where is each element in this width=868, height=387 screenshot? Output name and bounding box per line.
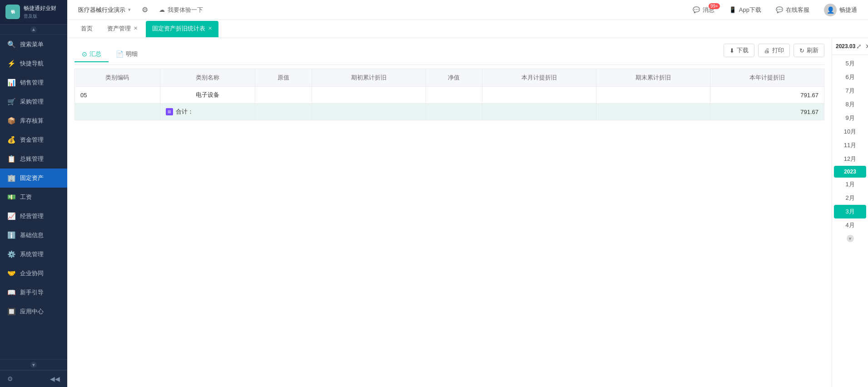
month-item-11[interactable]: 11月	[832, 139, 868, 152]
sidebar-item-basic-info[interactable]: ℹ️ 基础信息	[0, 226, 67, 245]
month-item-6[interactable]: 6月	[832, 70, 868, 84]
subtotal-annual-depreciation: 791.67	[710, 104, 824, 120]
sidebar-logo: 畅 畅捷通好业财 普及版	[0, 0, 67, 25]
month-item-10[interactable]: 10月	[832, 125, 868, 139]
system-icon: ⚙️	[7, 250, 15, 258]
sidebar-item-quick-nav[interactable]: ⚡ 快捷导航	[0, 54, 67, 73]
inventory-icon: 📦	[7, 117, 15, 125]
online-service-action[interactable]: 💬 在线客服	[772, 4, 813, 16]
sidebar-item-fixed-assets[interactable]: 🏢 固定资产	[0, 169, 67, 188]
sub-tabs-row: ⊙ 汇总 📄 明细 ⬇ 下载 🖨 打印	[74, 44, 824, 65]
finance-icon: 💰	[7, 136, 15, 144]
month-item-5[interactable]: 5月	[832, 57, 868, 70]
sidebar: 畅 畅捷通好业财 普及版 ▲ 🔍 搜索菜单 ⚡ 快捷导航 📊 销售管理 🛒 采购…	[0, 0, 67, 387]
sidebar-item-operations[interactable]: 📈 经营管理	[0, 207, 67, 226]
print-icon: 🖨	[764, 47, 770, 54]
logo-icon: 畅	[5, 5, 20, 19]
date-panel-scroll-down[interactable]: ▼	[847, 235, 854, 242]
row-name: 电子设备	[160, 87, 255, 104]
month-item-7[interactable]: 7月	[832, 84, 868, 98]
row-code: 05	[75, 87, 160, 104]
tab-asset-mgmt-label: 资产管理	[107, 25, 131, 33]
collapse-sidebar-btn[interactable]: ◀◀	[50, 375, 60, 382]
col-monthly-depreciation: 本月计提折旧	[482, 69, 596, 87]
main-content: 医疗器械行业演示 ▾ ⚙ ☁ 我要体验一下 💬 消息 99+ 📱 App下载 💬…	[67, 0, 868, 387]
sidebar-item-app-center[interactable]: 🔲 应用中心	[0, 302, 67, 321]
sidebar-item-inventory[interactable]: 📦 库存核算	[0, 111, 67, 130]
print-button[interactable]: 🖨 打印	[758, 44, 790, 57]
app-download-icon: 📱	[729, 6, 736, 13]
date-panel-close-icon[interactable]: ✕	[864, 42, 868, 51]
basic-info-icon: ℹ️	[7, 231, 15, 239]
purchase-icon: 🛒	[7, 98, 15, 106]
app-download-action[interactable]: 📱 App下载	[725, 4, 765, 16]
right-date-panel: 2023.03 ⤢ ✕ 5月 6月 7月 8月	[832, 38, 868, 387]
search-icon: 🔍	[7, 40, 15, 49]
avatar: 👤	[824, 4, 837, 16]
message-action[interactable]: 💬 消息 99+	[689, 4, 718, 16]
table-container: 类别编码 类别名称 原值 期初累计折旧 净值 本月计提折旧 期末累计折旧 本年计…	[74, 69, 824, 382]
online-service-icon: 💬	[776, 6, 783, 13]
month-item-2023-1[interactable]: 1月	[832, 178, 868, 191]
download-icon: ⬇	[729, 47, 734, 54]
topbar-settings-icon[interactable]: ⚙	[140, 4, 150, 16]
company-chevron-icon: ▾	[128, 7, 131, 13]
table-header-row: 类别编码 类别名称 原值 期初累计折旧 净值 本月计提折旧 期末累计折旧 本年计…	[75, 69, 824, 87]
month-item-2023-3[interactable]: 3月	[834, 205, 866, 218]
sub-tab-summary-label: 汇总	[89, 50, 101, 58]
row-net-value	[426, 87, 482, 104]
tab-depreciation-report[interactable]: 固定资产折旧统计表 ✕	[146, 21, 218, 37]
scroll-down-btn[interactable]: ▼	[30, 362, 37, 368]
logo-title: 畅捷通好业财	[24, 5, 56, 12]
year-2023-marker[interactable]: 2023	[834, 166, 866, 178]
month-item-12[interactable]: 12月	[832, 152, 868, 166]
app-download-label: App下载	[739, 6, 761, 14]
sidebar-item-search[interactable]: 🔍 搜索菜单	[0, 35, 67, 54]
refresh-button[interactable]: ↻ 刷新	[794, 44, 824, 57]
tab-home-label: 首页	[81, 25, 93, 33]
logo-version: 普及版	[24, 13, 56, 20]
sidebar-item-cooperation[interactable]: 🤝 企业协同	[0, 264, 67, 283]
table-row: 05 电子设备 791.67	[75, 87, 824, 104]
operations-icon: 📈	[7, 212, 15, 220]
company-selector[interactable]: 医疗器械行业演示 ▾	[74, 4, 134, 16]
sidebar-item-finance[interactable]: 💰 资金管理	[0, 130, 67, 149]
tab-asset-mgmt-close-icon[interactable]: ✕	[134, 25, 138, 31]
user-profile[interactable]: 👤 畅捷通	[820, 2, 861, 18]
sidebar-item-payroll[interactable]: 💵 工资	[0, 188, 67, 207]
ledger-icon: 📋	[7, 155, 15, 163]
tab-depreciation-close-icon[interactable]: ✕	[208, 25, 212, 31]
topbar: 医疗器械行业演示 ▾ ⚙ ☁ 我要体验一下 💬 消息 99+ 📱 App下载 💬…	[67, 0, 868, 20]
sales-icon: 📊	[7, 79, 15, 87]
sidebar-item-system[interactable]: ⚙️ 系统管理	[0, 245, 67, 264]
sub-tab-detail[interactable]: 📄 明细	[109, 47, 145, 62]
sidebar-item-purchase[interactable]: 🛒 采购管理	[0, 92, 67, 111]
sidebar-nav: 🔍 搜索菜单 ⚡ 快捷导航 📊 销售管理 🛒 采购管理 📦 库存核算 💰 资金管…	[0, 35, 67, 359]
month-item-2023-2[interactable]: 2月	[832, 191, 868, 205]
cooperation-icon: 🤝	[7, 269, 15, 278]
tab-asset-mgmt[interactable]: 资产管理 ✕	[101, 21, 144, 37]
col-period-end-depreciation: 期末累计折旧	[596, 69, 710, 87]
date-panel-expand-icon[interactable]: ⤢	[855, 42, 863, 51]
toolbar: ⬇ 下载 🖨 打印 ↻ 刷新	[724, 44, 824, 61]
settings-bottom-icon[interactable]: ⚙	[7, 375, 13, 382]
sidebar-item-guide[interactable]: 📖 新手引导	[0, 283, 67, 302]
depreciation-table: 类别编码 类别名称 原值 期初累计折旧 净值 本月计提折旧 期末累计折旧 本年计…	[74, 69, 824, 120]
sidebar-item-ledger[interactable]: 📋 总账管理	[0, 149, 67, 169]
content-area: ⊙ 汇总 📄 明细 ⬇ 下载 🖨 打印	[67, 38, 868, 387]
download-button[interactable]: ⬇ 下载	[724, 44, 754, 57]
sub-tab-summary[interactable]: ⊙ 汇总	[74, 47, 109, 62]
month-item-9[interactable]: 9月	[832, 111, 868, 125]
month-item-8[interactable]: 8月	[832, 98, 868, 111]
detail-tab-icon: 📄	[116, 50, 124, 58]
sidebar-item-sales[interactable]: 📊 销售管理	[0, 73, 67, 92]
month-item-2023-4[interactable]: 4月	[832, 218, 868, 232]
username: 畅捷通	[839, 6, 857, 14]
tab-home[interactable]: 首页	[74, 21, 99, 37]
row-annual-depreciation: 791.67	[710, 87, 824, 104]
tabbar: 首页 资产管理 ✕ 固定资产折旧统计表 ✕	[67, 20, 868, 38]
experience-cloud-icon: ☁	[159, 6, 165, 13]
experience-button[interactable]: ☁ 我要体验一下	[155, 4, 207, 16]
subtotal-row: ⊞ 合计： 791.67	[75, 104, 824, 120]
scroll-up-btn[interactable]: ▲	[30, 26, 37, 33]
